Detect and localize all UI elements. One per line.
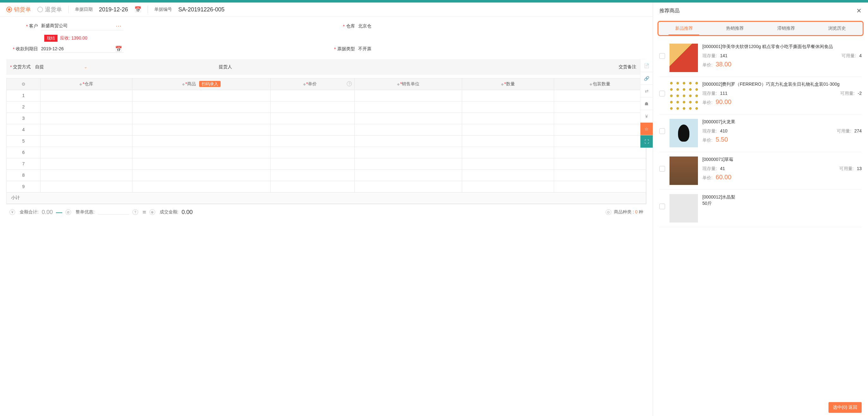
- item-thumbnail[interactable]: [670, 119, 698, 147]
- invoice-type-field[interactable]: 不开票: [358, 46, 440, 52]
- radio-sales-order[interactable]: 销货单: [6, 6, 31, 13]
- doc-no-value: SA-20191226-005: [178, 6, 224, 13]
- item-title: [0000001]华美华夫软饼1200g 糕点零食小吃手撕面包早餐休闲食品: [702, 44, 862, 50]
- discount-input[interactable]: [98, 210, 129, 215]
- close-icon[interactable]: ✕: [856, 7, 862, 14]
- rail-exchange-icon[interactable]: ⇄: [640, 85, 653, 97]
- table-row[interactable]: 8: [7, 169, 646, 181]
- invoice-type-value: 不开票: [358, 46, 371, 51]
- tab-new[interactable]: 新品推荐: [658, 22, 710, 35]
- rail-shield-icon[interactable]: ☗: [640, 97, 653, 110]
- calendar-icon[interactable]: 📅: [115, 45, 122, 53]
- price-value: 38.00: [716, 61, 732, 68]
- avail-label: 可用量:: [839, 166, 854, 172]
- radio-icon: [37, 7, 43, 12]
- item-checkbox[interactable]: [659, 91, 665, 96]
- table-row[interactable]: 5: [7, 135, 646, 147]
- recommend-title: 推荐商品: [659, 8, 680, 14]
- divider: [68, 6, 69, 13]
- price-label: 单价:: [702, 175, 712, 181]
- delivery-method-value: 自提: [35, 64, 44, 69]
- col-price[interactable]: ◆*单价?: [270, 78, 355, 90]
- avail-value: 4: [859, 53, 862, 59]
- invoice-type-label: 票据类型: [337, 46, 355, 51]
- tab-hot[interactable]: 热销推荐: [710, 22, 761, 35]
- doc-no-label: 单据编号: [154, 7, 172, 12]
- table-row[interactable]: 2: [7, 101, 646, 113]
- delivery-method-field[interactable]: 自提 ⌄: [31, 64, 94, 70]
- minus-icon: —: [56, 209, 62, 216]
- item-title: [0000012]水晶梨50斤: [702, 194, 862, 206]
- avail-value: 13: [857, 166, 862, 172]
- table-row[interactable]: 4: [7, 124, 646, 135]
- tab-history[interactable]: 浏览历史: [812, 22, 863, 35]
- item-title: [00000071]草莓: [702, 157, 862, 163]
- item-checkbox[interactable]: [659, 203, 665, 209]
- more-dots-icon[interactable]: ⋯: [116, 23, 122, 29]
- rail-note-icon[interactable]: 📄: [640, 59, 653, 72]
- table-row[interactable]: 3: [7, 113, 646, 124]
- rail-currency-icon[interactable]: ¥: [640, 110, 653, 123]
- deal-icon: ⊕: [150, 209, 155, 215]
- customer-field[interactable]: 新盛商贸公司 ⋯: [41, 22, 123, 30]
- item-thumbnail[interactable]: [670, 194, 698, 223]
- item-checkbox[interactable]: [659, 166, 665, 172]
- radio-return-order[interactable]: 退货单: [37, 6, 62, 13]
- doc-date-value[interactable]: 2019-12-26: [99, 6, 128, 13]
- variety-icon: ⊙: [606, 209, 611, 215]
- price-value: 60.00: [716, 173, 732, 181]
- receivable-text: 应收: 1390.00: [60, 35, 87, 41]
- discount-label: 整单优惠:: [75, 209, 94, 215]
- item-title: [0000002]费列罗（FERRERO）巧克力礼盒装生日礼物礼盒装01-300…: [702, 81, 862, 88]
- stock-value: 111: [720, 91, 727, 96]
- due-date-field[interactable]: 2019-12-26 📅: [41, 45, 123, 53]
- recommend-item: [0000012]水晶梨50斤: [659, 190, 862, 227]
- total-amount-label: 金额合计:: [20, 209, 38, 215]
- divider: [148, 6, 148, 13]
- table-row[interactable]: 7: [7, 158, 646, 169]
- line-items-table: ⚙ ◆*仓库 ◆*商品 扫码录入 ◆*单价? ◆*销售单位 ◆*数量 ◆包装数量…: [7, 78, 646, 204]
- scan-button[interactable]: 扫码录入: [199, 81, 221, 87]
- tab-slow[interactable]: 滞销推荐: [761, 22, 812, 35]
- doc-date-label: 单据日期: [75, 7, 93, 12]
- avail-label: 可用量:: [841, 53, 856, 59]
- col-product[interactable]: ◆*商品 扫码录入: [132, 78, 271, 90]
- warehouse-field[interactable]: 北京仓: [358, 23, 440, 29]
- stock-label: 现存量:: [702, 53, 717, 59]
- item-checkbox[interactable]: [659, 128, 665, 134]
- info-icon[interactable]: ?: [347, 81, 352, 86]
- item-thumbnail[interactable]: [670, 44, 698, 72]
- item-thumbnail[interactable]: [670, 81, 698, 110]
- variety-summary: ⊙ 商品种类 : 0 种: [606, 209, 643, 215]
- item-thumbnail[interactable]: [670, 157, 698, 185]
- info-icon[interactable]: ?: [132, 209, 138, 215]
- select-return-button[interactable]: 选中(0) 返回: [829, 402, 862, 413]
- recommend-item: [00000071]草莓 现存量:41 可用量:13 单价:60.00: [659, 152, 862, 190]
- table-row[interactable]: 1: [7, 90, 646, 101]
- customer-value: 新盛商贸公司: [41, 23, 68, 28]
- deal-amount-value: 0.00: [181, 209, 192, 216]
- stock-label: 现存量:: [702, 128, 717, 134]
- item-checkbox[interactable]: [659, 53, 665, 59]
- row-number: 6: [7, 147, 40, 158]
- due-date-value: 2019-12-26: [41, 46, 64, 51]
- col-unit[interactable]: ◆*销售单位: [355, 78, 462, 90]
- row-number: 8: [7, 169, 40, 181]
- rail-link-icon[interactable]: 🔗: [640, 72, 653, 85]
- calendar-icon[interactable]: 📅: [134, 6, 141, 13]
- col-gear[interactable]: ⚙: [7, 78, 40, 90]
- table-row[interactable]: 6: [7, 147, 646, 158]
- rail-star-icon[interactable]: ☆: [640, 123, 653, 135]
- avail-value: -2: [858, 91, 862, 96]
- rail-expand-icon[interactable]: ⛶: [640, 135, 653, 148]
- item-title: [0000007]火龙果: [702, 119, 862, 125]
- col-pkg-qty[interactable]: ◆包装数量: [554, 78, 646, 90]
- subtotal-label: 小计: [7, 192, 646, 203]
- warehouse-value: 北京仓: [358, 23, 371, 28]
- col-warehouse[interactable]: ◆*仓库: [40, 78, 132, 90]
- stock-value: 410: [720, 128, 727, 134]
- stock-value: 41: [720, 166, 725, 172]
- col-qty[interactable]: ◆*数量: [462, 78, 554, 90]
- table-row[interactable]: 9: [7, 181, 646, 192]
- total-amount-value: 0.00: [42, 209, 53, 216]
